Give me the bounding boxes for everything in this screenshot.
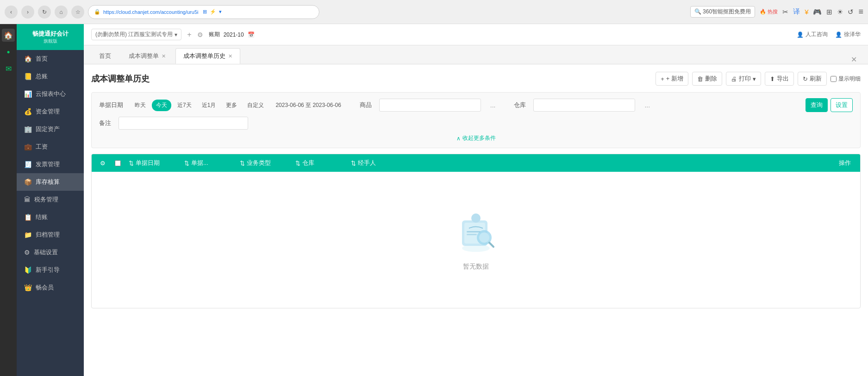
brightness-icon[interactable]: ☀: [837, 8, 843, 16]
service-label: 人工咨询: [806, 31, 828, 38]
home-button[interactable]: ⌂: [55, 6, 68, 19]
grid-icon[interactable]: ⊞: [826, 8, 832, 16]
export-button[interactable]: ⬆ 导出: [765, 72, 794, 86]
sidebar-label-salary: 工资: [36, 143, 48, 151]
show-detail-checkbox[interactable]: [831, 76, 837, 82]
sidebar-menu: 🏠 首页 📒 总账 📊 云报表中心 💰 资金管理 🏢 固定资产 💼 工资: [17, 50, 84, 376]
select-all-checkbox[interactable]: [115, 160, 121, 166]
wallet-icon[interactable]: ¥: [805, 8, 808, 16]
date-filter-buttons: 昨天 今天 近7天 近1月 更多 自定义: [131, 100, 268, 111]
game-icon[interactable]: 🎮: [813, 8, 822, 16]
translate-icon[interactable]: 译: [793, 7, 800, 16]
th-warehouse-sort-icon: ⇅: [295, 160, 300, 167]
undo-icon[interactable]: ↺: [848, 8, 854, 16]
browser-search[interactable]: 🔍 360智能抠图免费用: [690, 6, 755, 18]
scissors-icon[interactable]: ✂: [782, 8, 788, 16]
sidebar-item-guide[interactable]: 🔰 新手引导: [17, 261, 84, 279]
date-btn-more[interactable]: 更多: [222, 100, 241, 111]
collapse-icon: ∧: [456, 135, 461, 142]
new-button[interactable]: + + 新增: [656, 72, 688, 86]
filter-settings-button[interactable]: 设置: [831, 98, 853, 112]
sidebar-item-ledger[interactable]: 📒 总账: [17, 68, 84, 85]
menu-icon[interactable]: ≡: [858, 7, 863, 17]
sidebar-item-close[interactable]: 📋 结账: [17, 208, 84, 226]
user-avatar: 👤: [835, 31, 842, 38]
date-btn-custom[interactable]: 自定义: [243, 100, 268, 111]
add-tab-btn[interactable]: +: [187, 31, 191, 39]
sidebar-label-close: 结账: [36, 213, 48, 221]
print-button[interactable]: 🖨 打印 ▾: [726, 72, 761, 86]
sidebar-item-reports[interactable]: 📊 云报表中心: [17, 85, 84, 103]
sidebar-label-inventory: 库存核算: [36, 178, 60, 186]
forward-button[interactable]: ›: [21, 6, 34, 19]
sidebar-label-tax: 税务管理: [34, 195, 58, 204]
sidebar-item-funds[interactable]: 💰 资金管理: [17, 103, 84, 120]
company-selector[interactable]: (勿删勿禁用) 江西服宝测试专用 ▾: [91, 29, 181, 40]
user-service[interactable]: 👤 人工咨询: [797, 31, 828, 38]
th-date[interactable]: ⇅ 单据日期: [125, 159, 181, 167]
user-name[interactable]: 👤 徐泽华: [835, 31, 861, 38]
date-btn-yesterday[interactable]: 昨天: [131, 100, 150, 111]
sidebar-item-home[interactable]: 🏠 首页: [17, 50, 84, 68]
sidebar-item-archive[interactable]: 📁 归档管理: [17, 226, 84, 244]
settings-header-icon[interactable]: ⚙: [197, 31, 203, 38]
remark-filter-input[interactable]: [119, 117, 248, 130]
tab-cost-adjust[interactable]: 成本调整单 ✕: [121, 48, 174, 64]
date-btn-7days[interactable]: 近7天: [173, 100, 196, 111]
strip-item-2[interactable]: ●: [2, 45, 15, 58]
guide-icon: 🔰: [24, 266, 32, 274]
table-select-all[interactable]: [110, 160, 125, 166]
svg-rect-8: [467, 234, 477, 235]
tab-cost-history[interactable]: 成本调整单历史 ✕: [175, 48, 240, 64]
sidebar-item-tax[interactable]: 🏛 税务管理: [17, 191, 84, 208]
bookmark-button[interactable]: ☆: [71, 6, 84, 19]
sidebar-item-vip[interactable]: 👑 畅会员: [17, 279, 84, 296]
warehouse-filter-dots[interactable]: ...: [644, 101, 650, 109]
th-warehouse[interactable]: ⇅ 仓库: [292, 159, 347, 167]
refresh-button[interactable]: ↻ 刷新: [798, 72, 827, 86]
goods-filter-dots[interactable]: ...: [490, 101, 496, 109]
sidebar-item-assets[interactable]: 🏢 固定资产: [17, 120, 84, 138]
sidebar-item-invoice[interactable]: 🧾 发票管理: [17, 156, 84, 173]
sidebar-item-inventory[interactable]: 📦 库存核算: [17, 173, 84, 191]
strip-item-active[interactable]: 🏠: [2, 29, 15, 42]
sidebar-label-funds: 资金管理: [36, 107, 60, 116]
remark-filter-label: 备注: [99, 119, 111, 127]
tab-cost-adjust-close[interactable]: ✕: [162, 53, 166, 59]
th-person[interactable]: ⇅ 经手人: [347, 159, 403, 167]
hot-label: 🔥 热搜: [760, 8, 778, 15]
sidebar-item-settings[interactable]: ⚙ 基础设置: [17, 244, 84, 261]
new-label: + 新增: [666, 75, 683, 83]
warehouse-filter-input[interactable]: [533, 99, 635, 112]
back-button[interactable]: ‹: [5, 6, 18, 19]
archive-icon: 📁: [24, 231, 32, 238]
close-period-icon: 📋: [24, 213, 32, 221]
tab-cost-history-close[interactable]: ✕: [228, 53, 232, 59]
goods-filter-input[interactable]: [379, 99, 481, 112]
invoice-icon: 🧾: [24, 161, 32, 168]
export-icon: ⬆: [770, 75, 775, 82]
url-bar[interactable]: 🔒 https://cloud.chanjet.com/accounting/u…: [88, 5, 319, 19]
date-filter-label: 单据日期: [99, 101, 123, 109]
period-selector[interactable]: 账期 2021-10 📅: [209, 31, 255, 38]
strip-item-green[interactable]: ✉: [2, 62, 15, 75]
sidebar-label-assets: 固定资产: [36, 125, 60, 133]
print-label: 打印: [739, 75, 751, 83]
date-btn-1month[interactable]: 近1月: [198, 100, 220, 111]
delete-button[interactable]: 🗑 删除: [692, 72, 722, 86]
header-right: 👤 人工咨询 👤 徐泽华: [797, 31, 861, 38]
show-detail-checkbox-label: 显示明细: [831, 75, 861, 83]
date-btn-today[interactable]: 今天: [152, 100, 171, 111]
query-label: 查询: [811, 101, 823, 109]
close-all-icon[interactable]: ✕: [847, 55, 861, 64]
table-settings-btn[interactable]: ⚙: [95, 160, 110, 167]
th-type[interactable]: ⇅ 业务类型: [236, 159, 292, 167]
collapse-button[interactable]: ∧ 收起更多条件: [456, 134, 496, 142]
print-icon: 🖨: [731, 75, 737, 82]
query-button[interactable]: 查询: [806, 98, 828, 112]
tab-home[interactable]: 首页: [91, 48, 119, 64]
th-num[interactable]: ⇅ 单据...: [181, 159, 236, 167]
reload-button[interactable]: ↻: [38, 6, 51, 19]
empty-state: 暂无数据: [92, 172, 860, 308]
sidebar-item-salary[interactable]: 💼 工资: [17, 138, 84, 156]
